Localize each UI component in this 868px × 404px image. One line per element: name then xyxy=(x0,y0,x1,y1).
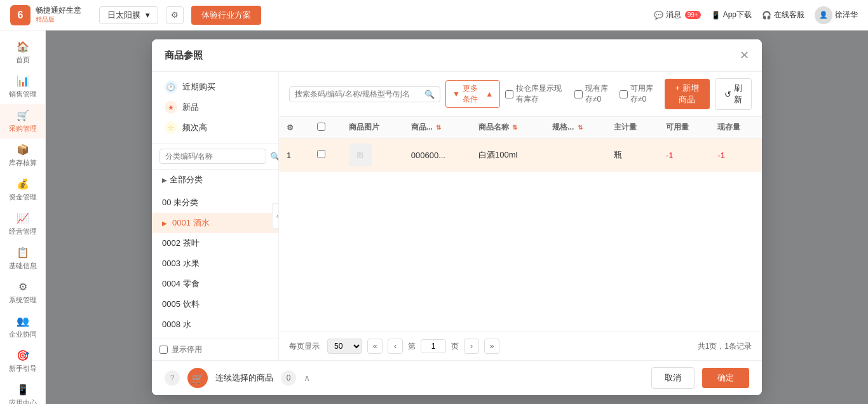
selected-text: 连续选择的商品 xyxy=(215,372,273,384)
show-disabled-checkbox[interactable] xyxy=(159,346,168,354)
search-icon-btn[interactable]: 🔍 xyxy=(424,90,435,99)
system-icon: ⚙ xyxy=(18,281,27,293)
gear-button[interactable]: ⚙ xyxy=(166,6,184,24)
cat-item-3[interactable]: 0003 水果 xyxy=(152,253,278,274)
sidebar-item-guide[interactable]: 🎯 新手引导 xyxy=(0,344,45,379)
select-all-checkbox[interactable] xyxy=(317,123,325,131)
nav-selector[interactable]: 日太阳膜 ▾ xyxy=(99,6,158,24)
search-icon[interactable]: 🔍 xyxy=(270,152,279,161)
show-disabled-row: 显示停用 xyxy=(152,339,278,360)
row-current: -1 xyxy=(710,138,762,172)
chevron-down-icon: ▾ xyxy=(146,10,150,20)
all-category-item[interactable]: ▶ 全部分类 xyxy=(152,170,278,190)
collab-icon: 👥 xyxy=(17,315,29,327)
collapse-panel-button[interactable]: « xyxy=(272,203,279,229)
col-checkbox[interactable] xyxy=(309,117,341,138)
add-product-button[interactable]: + 新增商品 xyxy=(665,79,710,109)
last-page-button[interactable]: » xyxy=(484,339,499,354)
sidebar-label-finance: 资金管理 xyxy=(9,192,37,202)
available-filter[interactable]: 可用库存≠0 xyxy=(620,83,660,105)
page-size-select[interactable]: 50 100 200 xyxy=(327,339,362,354)
cat-item-5[interactable]: 0005 饮料 xyxy=(152,294,278,314)
quick-recent[interactable]: 🕐 近期购买 xyxy=(159,77,271,97)
refresh-label: 刷新 xyxy=(734,83,742,105)
cat-item-4[interactable]: 0004 零食 xyxy=(152,274,278,294)
avatar: 👤 xyxy=(815,6,832,24)
confirm-button[interactable]: 确定 xyxy=(702,368,749,388)
filter-collapse-icon: ▲ xyxy=(485,90,493,98)
modal-footer: ? 🛒 连续选择的商品 0 ∧ 取消 确定 xyxy=(152,360,762,395)
first-page-button[interactable]: « xyxy=(367,339,383,354)
available-label: 可用库存≠0 xyxy=(630,83,660,105)
col-code[interactable]: 商品... ⇅ xyxy=(403,117,471,138)
sidebar-item-system[interactable]: ⚙ 系统管理 xyxy=(0,276,45,310)
next-page-button[interactable]: › xyxy=(464,339,479,354)
sidebar-item-home[interactable]: 🏠 首页 xyxy=(0,36,45,70)
selector-label: 日太阳膜 xyxy=(107,10,140,21)
row-available: -1 xyxy=(658,138,710,172)
cart-button[interactable]: 🛒 xyxy=(187,368,208,388)
prev-page-button[interactable]: ‹ xyxy=(388,339,403,354)
cat-item-6[interactable]: 0008 水 xyxy=(152,314,278,335)
cat-item-2[interactable]: 0002 茶叶 xyxy=(152,233,278,253)
sidebar-label-basic: 基础信息 xyxy=(9,261,37,271)
sidebar-item-collab[interactable]: 👥 企业协同 xyxy=(0,310,45,344)
service-button[interactable]: 🎧 在线客服 xyxy=(762,10,804,20)
modal-close-button[interactable]: ✕ xyxy=(740,48,749,62)
logo-text: 畅捷通好生意 xyxy=(36,6,81,16)
sidebar-item-finance[interactable]: 💰 资金管理 xyxy=(0,173,45,207)
col-name[interactable]: 商品名称 ⇅ xyxy=(471,117,545,138)
nav-right: 💬 消息 99+ 📱 App下载 🎧 在线客服 👤 徐泽华 xyxy=(654,6,858,24)
footer-collapse-button[interactable]: ∧ xyxy=(304,373,310,383)
messages-button[interactable]: 💬 消息 99+ xyxy=(654,10,701,20)
main-content: 商品参照 ✕ 🕐 近期购买 ★ xyxy=(46,30,868,404)
sidebar-item-basic[interactable]: 📋 基础信息 xyxy=(0,241,45,276)
quick-freq[interactable]: ☆ 频次高 xyxy=(159,118,271,138)
finance-icon: 💰 xyxy=(17,178,29,190)
sidebar-item-inventory[interactable]: 📦 库存核算 xyxy=(0,138,45,173)
product-search-input[interactable] xyxy=(295,90,422,98)
trial-button[interactable]: 体验行业方案 xyxy=(191,6,261,25)
col-spec[interactable]: 规格... ⇅ xyxy=(545,117,606,138)
sidebar-item-sales[interactable]: 📊 销售管理 xyxy=(0,70,45,104)
app-download-button[interactable]: 📱 App下载 xyxy=(711,10,752,20)
cat-label-0: 00 未分类 xyxy=(162,197,198,208)
row-unit: 瓶 xyxy=(606,138,658,172)
category-search-input[interactable] xyxy=(159,149,266,164)
cat-item-1[interactable]: ▶ 0001 酒水 xyxy=(152,213,278,233)
cat-label-5: 0005 饮料 xyxy=(162,299,200,310)
guide-icon: 🎯 xyxy=(17,349,29,361)
col-settings[interactable]: ⚙ xyxy=(279,117,309,138)
cat-label-2: 0002 茶叶 xyxy=(162,238,200,249)
refresh-icon: ↺ xyxy=(724,90,731,99)
filter-button[interactable]: ▼ 更多条件 ▲ xyxy=(445,80,500,108)
warehouse-checkbox[interactable] xyxy=(505,90,513,98)
page-number-input[interactable] xyxy=(421,339,446,353)
category-list: 00 未分类 ▶ 0001 酒水 0002 茶叶 0003 水果 xyxy=(152,190,278,339)
refresh-button[interactable]: ↺ 刷新 xyxy=(715,78,752,110)
logo-sub: 精品版 xyxy=(36,15,81,24)
sidebar-item-purchase[interactable]: 🛒 采购管理 xyxy=(0,104,45,138)
cancel-button[interactable]: 取消 xyxy=(651,367,695,389)
quick-new[interactable]: ★ 新品 xyxy=(159,97,271,118)
row-checkbox-cell[interactable] xyxy=(309,138,341,172)
sidebar-item-operation[interactable]: 📈 经营管理 xyxy=(0,207,45,241)
existing-checkbox[interactable] xyxy=(574,90,583,98)
help-button[interactable]: ? xyxy=(165,370,180,386)
search-bar-right: + 新增商品 ↺ 刷新 xyxy=(665,78,752,110)
existing-filter[interactable]: 现有库存≠0 xyxy=(574,83,614,105)
warehouse-filter[interactable]: 按仓库显示现有库存 xyxy=(505,83,569,105)
cat-item-0[interactable]: 00 未分类 xyxy=(152,192,278,213)
recent-icon: 🕐 xyxy=(165,81,177,93)
row-checkbox[interactable] xyxy=(317,150,325,158)
sidebar-item-apps[interactable]: 📱 应用中心 xyxy=(0,379,45,404)
service-label: 在线客服 xyxy=(774,10,804,20)
purchase-icon: 🛒 xyxy=(17,109,29,121)
table-row[interactable]: 1 图 000600... 白酒100ml 瓶 xyxy=(279,138,762,172)
user-profile[interactable]: 👤 徐泽华 xyxy=(815,6,858,24)
col-unit: 主计量 xyxy=(606,117,658,138)
available-checkbox[interactable] xyxy=(620,90,628,98)
all-category-label: 全部分类 xyxy=(170,174,203,185)
apps-icon: 📱 xyxy=(17,384,29,396)
row-img-cell: 图 xyxy=(341,138,403,172)
